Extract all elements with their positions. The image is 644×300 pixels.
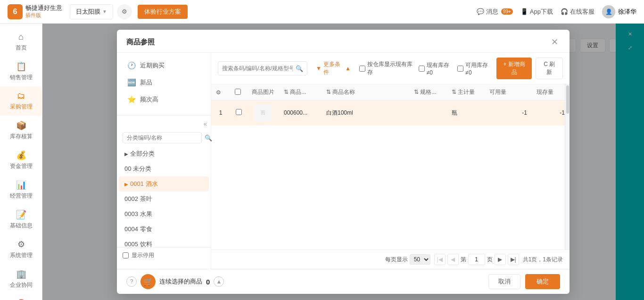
cell-name: 白酒100ml (322, 100, 409, 125)
page-label-end: 页 (487, 256, 493, 264)
warehouse-checkbox[interactable] (359, 66, 365, 72)
collapse-panel-btn[interactable]: « (117, 118, 211, 129)
online-service-btn[interactable]: 🎧 在线客服 (561, 8, 594, 16)
sidebar-item-home[interactable]: ⌂ 首页 (0, 27, 42, 57)
recent-purchase-label: 近期购买 (140, 61, 165, 70)
category-0005[interactable]: 0005 饮料 (119, 237, 209, 247)
app-download-btn[interactable]: 📱 App下载 (520, 8, 553, 16)
right-toolbar: 🔍 ▼ 更多条件 ▲ 按仓库显示现有库存 (211, 53, 570, 84)
logo-text: 畅捷通好生意 插件版 (25, 4, 62, 19)
footer-collapse-btn[interactable]: ▲ (214, 276, 224, 287)
main-content: 查询 设置 刷新 ✕ ⤢ 商品参照 ✕ (42, 24, 644, 300)
scrollbar-thumb[interactable] (566, 85, 569, 114)
cart-icon[interactable]: 🛒 (140, 274, 156, 289)
cell-stock: -1 (532, 100, 570, 125)
category-0004[interactable]: 0004 零食 (119, 222, 209, 237)
th-checkbox (230, 84, 247, 100)
prev-page-btn[interactable]: ◀ (447, 254, 459, 265)
sidebar-item-guide[interactable]: 🎯 新手引导 (0, 294, 42, 300)
modal: 商品参照 ✕ 🕐 近期购买 🆕 (117, 30, 570, 294)
warehouse-checkbox-label[interactable]: 按仓库显示现有库存 (359, 60, 414, 76)
category-all[interactable]: ▶ 全部分类 (119, 146, 209, 161)
user-area[interactable]: 👤 徐泽华 (602, 5, 636, 18)
sidebar-label-home: 首页 (16, 44, 27, 52)
help-icon-btn[interactable]: ? (126, 276, 137, 287)
mobile-icon: 📱 (520, 8, 528, 15)
left-bottom: 显示停用 (117, 247, 211, 263)
sidebar-item-system[interactable]: ⚙ 系统管理 (0, 234, 42, 264)
headset-icon: 🎧 (561, 8, 568, 15)
cancel-button[interactable]: 取消 (488, 274, 520, 289)
sidebar-label-system: 系统管理 (10, 251, 33, 259)
available-checkbox-label[interactable]: 现有库存≠0 (419, 61, 453, 76)
show-disabled-label[interactable]: 显示停用 (123, 251, 205, 259)
th-avail[interactable]: 可用量 (485, 84, 532, 100)
product-search-input[interactable] (222, 65, 293, 72)
product-search-icon[interactable]: 🔍 (296, 65, 303, 72)
th-unit[interactable]: ⇅ 主计量 (447, 84, 485, 100)
page-number-input[interactable] (468, 254, 485, 265)
product-table: ⚙ 商品图片 ⇅ (211, 84, 570, 125)
category-0003[interactable]: 0003 水果 (119, 207, 209, 222)
usable-checkbox-label[interactable]: 可用库存≠0 (457, 61, 492, 76)
filter-more-btn[interactable]: ▼ 更多条件 ▲ (312, 58, 355, 78)
sidebar-item-finance[interactable]: 💰 资金管理 (0, 145, 42, 175)
first-page-btn[interactable]: |◀ (434, 254, 446, 265)
category-0002[interactable]: 0002 茶叶 (119, 192, 209, 207)
sidebar-item-sales[interactable]: 📋 销售管理 (0, 57, 42, 86)
category-all-arrow: ▶ (124, 151, 128, 157)
category-00[interactable]: 00 未分类 (119, 161, 209, 176)
new-items-label: 新品 (140, 78, 152, 87)
sidebar-label-enterprise: 企业协同 (10, 281, 33, 289)
recent-purchase-icon: 🕐 (127, 61, 136, 70)
messages-btn[interactable]: 💬 消息 99+ (477, 8, 513, 16)
table-row[interactable]: 1 图 000600... 白酒100ml (211, 100, 570, 125)
sidebar-item-inventory[interactable]: 📦 库存核算 (0, 116, 42, 145)
recent-purchase-item[interactable]: 🕐 近期购买 (123, 58, 205, 74)
cell-img: 图 (247, 100, 279, 125)
nav-selector[interactable]: 日太阳膜 ▼ (70, 4, 113, 19)
th-code[interactable]: ⇅ 商品... (279, 84, 322, 100)
frequent-item[interactable]: ⭐ 频次高 (123, 92, 205, 108)
sidebar-label-operation: 经营管理 (10, 192, 33, 200)
trial-button[interactable]: 体验行业方案 (138, 5, 188, 19)
continuous-label: 连续选择的商品 (159, 277, 202, 286)
th-name[interactable]: ⇅ 商品名称 (322, 84, 409, 100)
basic-icon: 📝 (16, 209, 26, 220)
th-spec[interactable]: ⇅ 规格... (409, 84, 447, 100)
table-scrollbar[interactable] (565, 84, 570, 250)
sidebar-item-basic[interactable]: 📝 基础信息 (0, 205, 42, 234)
th-settings[interactable]: ⚙ (211, 84, 230, 100)
sidebar-item-purchase[interactable]: 🗂 采购管理 (0, 86, 42, 116)
frequent-icon: ⭐ (127, 95, 136, 104)
next-page-btn[interactable]: ▶ (495, 254, 506, 265)
refresh-button[interactable]: C 刷新 (536, 58, 563, 79)
cell-check[interactable] (230, 100, 247, 125)
category-0001[interactable]: ▶ 0001 酒水 (119, 176, 209, 192)
th-stock: 现存量 (532, 84, 570, 100)
available-checkbox[interactable] (419, 66, 425, 72)
category-search-input[interactable] (123, 132, 202, 143)
last-page-btn[interactable]: ▶| (508, 254, 519, 265)
show-disabled-checkbox[interactable] (123, 252, 129, 258)
gear-button[interactable]: ⚙ (117, 4, 132, 19)
sidebar-label-basic: 基础信息 (10, 222, 33, 230)
new-items-item[interactable]: 🆕 新品 (123, 75, 205, 91)
modal-close-button[interactable]: ✕ (549, 36, 560, 48)
enterprise-icon: 🏢 (16, 269, 26, 279)
sidebar-item-enterprise[interactable]: 🏢 企业协同 (0, 264, 42, 294)
add-product-button[interactable]: + 新增商品 (496, 58, 532, 79)
page-size-select: 每页显示 50 (385, 254, 430, 265)
usable-checkbox[interactable] (457, 66, 463, 72)
product-image: 图 (255, 104, 272, 121)
page-size-dropdown[interactable]: 50 (410, 254, 430, 265)
cell-unit: 瓶 (447, 100, 485, 125)
select-all-checkbox[interactable] (235, 89, 241, 95)
category-0001-arrow: ▶ (124, 182, 128, 187)
right-panel: 🔍 ▼ 更多条件 ▲ 按仓库显示现有库存 (211, 53, 570, 269)
toolbar-right: + 新增商品 C 刷新 (496, 58, 563, 79)
confirm-button[interactable]: 确定 (525, 274, 560, 289)
sidebar-item-operation[interactable]: 📊 经营管理 (0, 175, 42, 205)
left-top: 🕐 近期购买 🆕 新品 ⭐ 频次高 (117, 53, 211, 112)
row-checkbox[interactable] (236, 109, 242, 115)
